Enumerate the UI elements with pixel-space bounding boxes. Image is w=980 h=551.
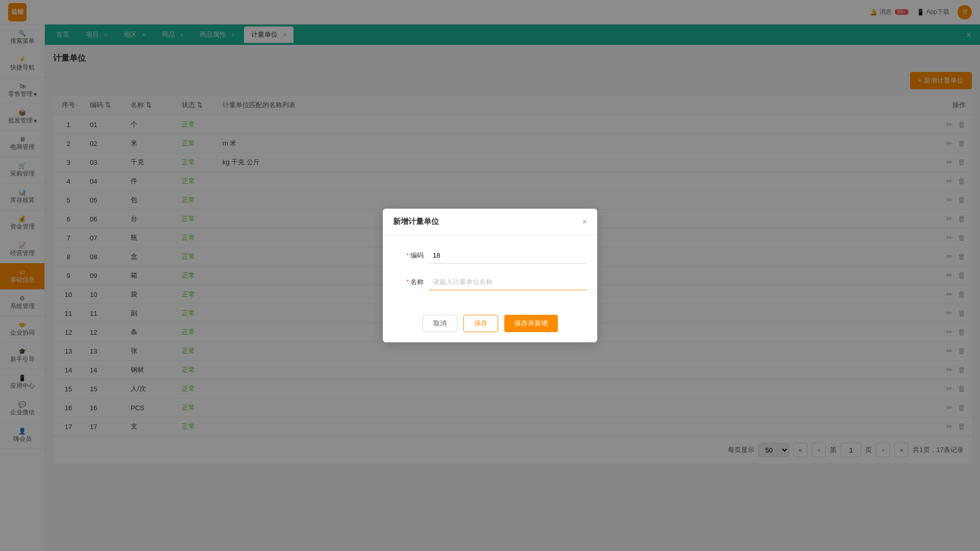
add-unit-modal: 新增计量单位 × 编码 名称 取消 保存 保存并新增 [383, 209, 597, 342]
modal-body: 编码 名称 [383, 235, 597, 309]
form-name-label: 名称 [393, 278, 424, 287]
modal-close-btn[interactable]: × [582, 217, 587, 227]
form-code-input[interactable] [429, 247, 587, 264]
form-code-label: 编码 [393, 251, 424, 260]
modal-overlay[interactable]: 新增计量单位 × 编码 名称 取消 保存 保存并新增 [0, 0, 980, 551]
form-row-name: 名称 [393, 274, 587, 290]
modal-header: 新增计量单位 × [383, 209, 597, 235]
form-row-code: 编码 [393, 247, 587, 264]
save-and-new-button[interactable]: 保存并新增 [504, 315, 558, 332]
form-name-input[interactable] [429, 274, 587, 290]
cancel-button[interactable]: 取消 [423, 315, 457, 332]
save-button[interactable]: 保存 [463, 315, 498, 332]
modal-title: 新增计量单位 [393, 217, 439, 227]
modal-footer: 取消 保存 保存并新增 [383, 309, 597, 342]
